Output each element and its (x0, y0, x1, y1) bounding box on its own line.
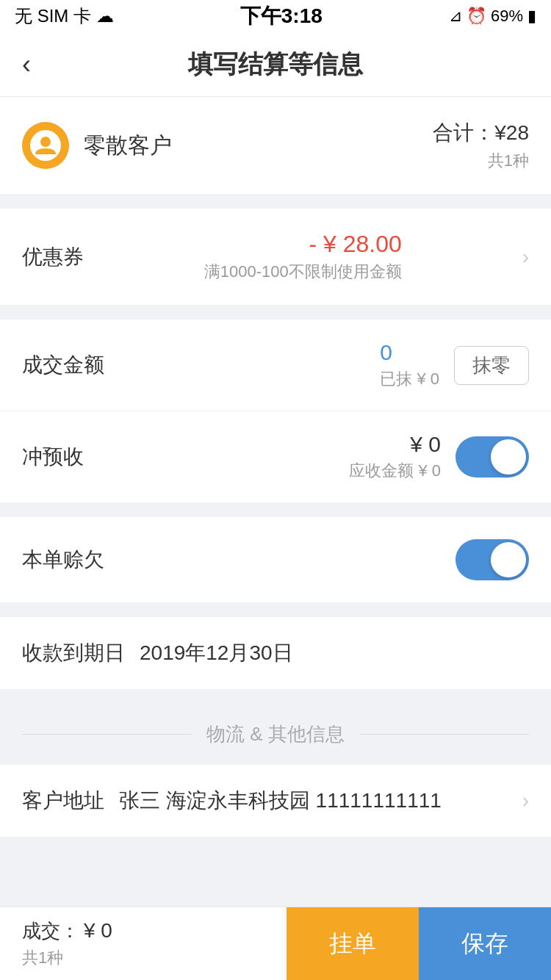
advance-label: 冲预收 (22, 443, 84, 471)
advance-toggle[interactable] (455, 436, 529, 478)
no-sim-label: 无 SIM 卡 ☁ (15, 4, 114, 28)
advance-amount: ¥ 0 (349, 432, 441, 457)
svg-point-0 (40, 137, 51, 147)
bottom-info: 成交： ¥ 0 共1种 (0, 907, 287, 980)
bottom-deal-amount: ¥ 0 (84, 919, 112, 943)
transaction-sub: 已抹 ¥ 0 (380, 368, 439, 390)
divider-line-right (359, 734, 529, 735)
advance-sub: 应收金额 ¥ 0 (349, 460, 441, 482)
customer-left: 零散客户 (22, 122, 172, 169)
customer-avatar (22, 122, 69, 169)
round-off-button[interactable]: 抹零 (454, 346, 529, 385)
status-time: 下午3:18 (240, 2, 323, 30)
bottom-bar: 成交： ¥ 0 共1种 挂单 保存 (0, 907, 551, 980)
due-date-section: 收款到期日 2019年12月30日 (0, 617, 551, 689)
bottom-count: 共1种 (22, 947, 264, 969)
customer-name: 零散客户 (84, 131, 172, 161)
battery-icon: ▮ (527, 7, 536, 26)
coupon-desc: 满1000-100不限制使用金额 (204, 261, 402, 283)
customer-section: 零散客户 合计：¥28 共1种 (0, 97, 551, 194)
toggle-knob (491, 439, 526, 475)
alarm-icon: ⏰ (467, 7, 486, 26)
avatar-icon (30, 130, 61, 161)
back-button[interactable]: ‹ (22, 49, 31, 80)
coupon-label: 优惠券 (22, 243, 84, 271)
debit-toggle[interactable] (455, 539, 529, 580)
page-title: 填写结算等信息 (188, 48, 363, 82)
debit-toggle-knob (491, 542, 526, 577)
location-icon: ⊿ (449, 7, 462, 26)
logistics-divider: 物流 & 其他信息 (0, 704, 551, 765)
debit-section: 本单赊欠 (0, 517, 551, 602)
total-count: 共1种 (433, 150, 529, 172)
bottom-deal-label: 成交： (22, 918, 79, 944)
transaction-right: 0 已抹 ¥ 0 抹零 (380, 340, 529, 390)
address-chevron-icon: › (522, 789, 529, 813)
transaction-value: 0 (380, 340, 439, 365)
status-bar: 无 SIM 卡 ☁ 下午3:18 ⊿ ⏰ 69% ▮ (0, 0, 551, 32)
coupon-amount: - ¥ 28.00 (204, 231, 402, 258)
coupon-chevron-icon: › (522, 245, 529, 269)
transaction-row: 成交金额 0 已抹 ¥ 0 抹零 (0, 320, 551, 411)
total-amount: 合计：¥28 (433, 119, 529, 147)
status-left: 无 SIM 卡 ☁ (15, 4, 114, 28)
address-value: 张三 海淀永丰科技园 11111111111 (119, 787, 522, 815)
due-date-value: 2019年12月30日 (140, 639, 293, 667)
battery-label: 69% (491, 7, 523, 26)
coupon-section[interactable]: 优惠券 - ¥ 28.00 满1000-100不限制使用金额 › (0, 209, 551, 305)
status-right: ⊿ ⏰ 69% ▮ (449, 7, 536, 26)
transaction-section: 成交金额 0 已抹 ¥ 0 抹零 冲预收 ¥ 0 应收金额 ¥ 0 (0, 320, 551, 502)
nav-bar: ‹ 填写结算等信息 (0, 32, 551, 97)
divider-line-left (22, 734, 192, 735)
address-label: 客户地址 (22, 787, 104, 815)
due-date-row: 收款到期日 2019年12月30日 (22, 639, 529, 667)
pending-button[interactable]: 挂单 (287, 907, 419, 980)
advance-amount-block: ¥ 0 应收金额 ¥ 0 (349, 432, 441, 482)
due-date-label: 收款到期日 (22, 639, 125, 667)
advance-right: ¥ 0 应收金额 ¥ 0 (349, 432, 529, 482)
save-button[interactable]: 保存 (419, 907, 551, 980)
coupon-right: - ¥ 28.00 满1000-100不限制使用金额 (204, 231, 402, 283)
transaction-label: 成交金额 (22, 351, 104, 379)
logistics-label: 物流 & 其他信息 (192, 721, 359, 747)
advance-payment-row: 冲预收 ¥ 0 应收金额 ¥ 0 (0, 411, 551, 502)
customer-right: 合计：¥28 共1种 (433, 119, 529, 172)
address-section[interactable]: 客户地址 张三 海淀永丰科技园 11111111111 › (0, 765, 551, 837)
debit-label: 本单赊欠 (22, 546, 104, 574)
